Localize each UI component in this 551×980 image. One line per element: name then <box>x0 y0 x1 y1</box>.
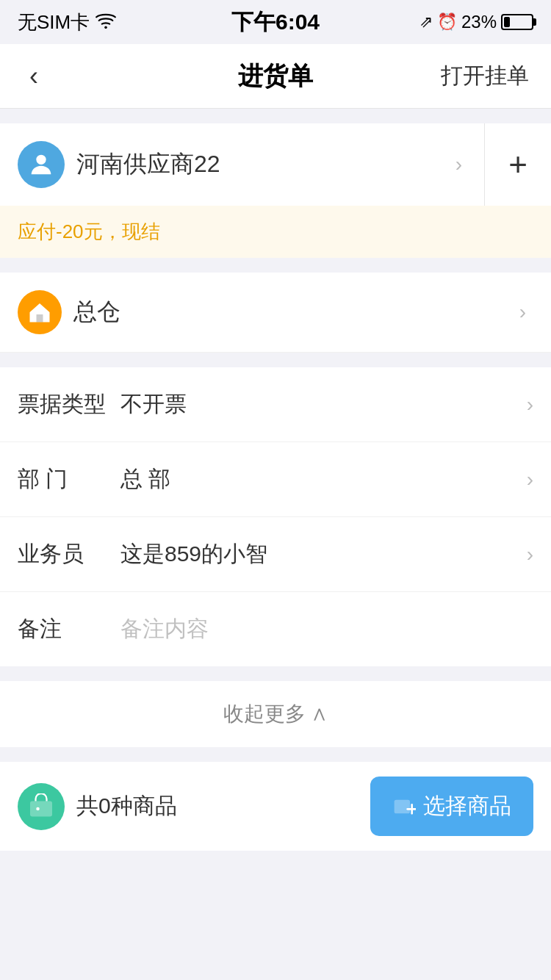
open-pending-button[interactable]: 打开挂单 <box>441 61 529 91</box>
select-product-button[interactable]: 选择商品 <box>370 777 533 836</box>
warehouse-row[interactable]: 总仓 › <box>0 273 551 353</box>
remark-label: 备注 <box>18 614 120 644</box>
svg-rect-2 <box>37 314 43 323</box>
svg-point-1 <box>36 155 46 165</box>
department-value: 总 部 <box>120 464 519 494</box>
supplier-selector[interactable]: 河南供应商22 › <box>0 123 485 206</box>
status-bar: 无SIM卡 下午6:04 ⇗ ⏰ 23% <box>0 0 551 44</box>
notice-text: 应付-20元，现结 <box>18 220 160 242</box>
salesperson-row[interactable]: 业务员 这是859的小智 › <box>0 517 551 592</box>
section-divider-1 <box>0 109 551 123</box>
salesperson-chevron-icon: › <box>519 543 533 566</box>
notice-banner: 应付-20元，现结 <box>0 206 551 258</box>
svg-point-0 <box>104 26 107 28</box>
page-title: 进货单 <box>238 60 313 93</box>
add-supplier-button[interactable]: + <box>485 123 551 206</box>
invoice-type-label: 票据类型 <box>18 389 120 419</box>
department-chevron-icon: › <box>519 468 533 491</box>
supplier-section: 河南供应商22 › + <box>0 123 551 206</box>
section-divider-2 <box>0 258 551 273</box>
alarm-icon: ⏰ <box>437 12 457 32</box>
collapse-button[interactable]: 收起更多 ∧ <box>0 681 551 747</box>
department-row[interactable]: 部 门 总 部 › <box>0 442 551 517</box>
salesperson-value: 这是859的小智 <box>120 539 519 569</box>
warehouse-icon <box>18 290 62 334</box>
supplier-name: 河南供应商22 <box>76 148 444 181</box>
carrier-text: 无SIM卡 <box>18 10 90 35</box>
product-icon <box>18 783 65 830</box>
invoice-type-chevron-icon: › <box>519 393 533 417</box>
nav-bar: ‹ 进货单 打开挂单 <box>0 44 551 109</box>
invoice-type-row[interactable]: 票据类型 不开票 › <box>0 367 551 442</box>
form-section: 票据类型 不开票 › 部 门 总 部 › 业务员 这是859的小智 › 备注 备… <box>0 367 551 666</box>
supplier-avatar <box>18 141 65 188</box>
wifi-icon <box>96 11 116 34</box>
back-button[interactable]: ‹ <box>22 54 46 99</box>
status-indicators: ⇗ ⏰ 23% <box>419 12 533 32</box>
battery-percent: 23% <box>461 12 497 32</box>
status-time: 下午6:04 <box>231 7 320 37</box>
collapse-label: 收起更多 ∧ <box>223 702 328 725</box>
supplier-chevron-icon: › <box>455 153 469 176</box>
battery-icon <box>501 14 533 30</box>
salesperson-label: 业务员 <box>18 539 120 569</box>
svg-rect-3 <box>30 801 52 816</box>
warehouse-chevron-icon: › <box>519 300 533 324</box>
remark-row[interactable]: 备注 备注内容 <box>0 592 551 666</box>
svg-point-4 <box>36 807 40 810</box>
remark-value: 备注内容 <box>120 614 533 644</box>
location-icon: ⇗ <box>419 12 433 32</box>
warehouse-name: 总仓 <box>73 296 508 328</box>
svg-rect-5 <box>395 799 410 813</box>
invoice-type-value: 不开票 <box>120 389 519 419</box>
product-count-text: 共0种商品 <box>65 791 370 821</box>
select-product-label: 选择商品 <box>423 791 511 821</box>
select-product-icon <box>392 795 416 818</box>
status-carrier: 无SIM卡 <box>18 10 116 35</box>
gray-background-fill <box>0 851 551 980</box>
bottom-bar: 共0种商品 选择商品 <box>0 762 551 851</box>
department-label: 部 门 <box>18 464 120 494</box>
